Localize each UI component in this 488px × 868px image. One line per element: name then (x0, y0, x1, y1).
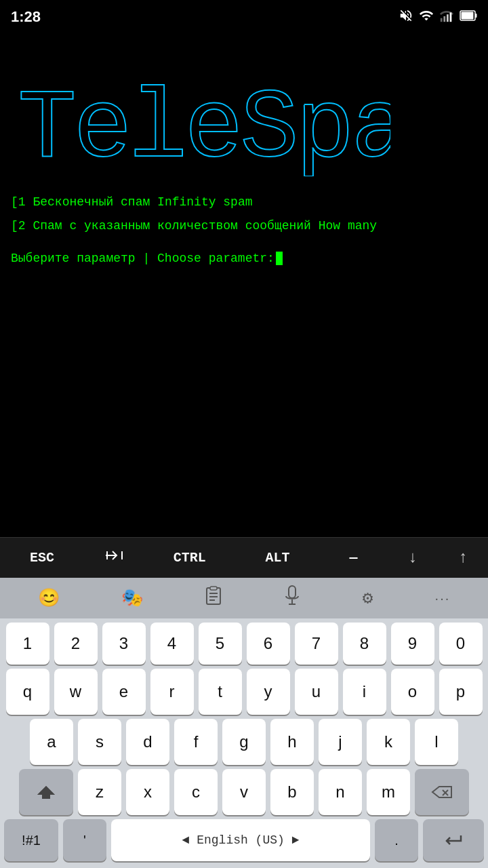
key-3[interactable]: 3 (102, 623, 146, 665)
esc-button[interactable]: ESC (20, 546, 64, 570)
more-icon[interactable]: ··· (435, 591, 451, 606)
svg-rect-6 (462, 12, 474, 20)
mute-icon (399, 8, 413, 26)
key-4[interactable]: 4 (150, 623, 194, 665)
symbols-key[interactable]: !#1 (4, 819, 58, 861)
shift-key[interactable] (19, 769, 73, 815)
space-key[interactable]: ◄ English (US) ► (111, 819, 370, 861)
status-icons (399, 8, 477, 26)
key-h[interactable]: h (270, 719, 314, 765)
key-g[interactable]: g (222, 719, 266, 765)
asdf-row: a s d f g h j k l (4, 719, 484, 765)
key-u[interactable]: u (295, 669, 338, 715)
zxcv-row: z x c v b n m (4, 769, 484, 815)
period-key[interactable]: . (375, 819, 418, 861)
key-p[interactable]: p (439, 669, 483, 715)
backspace-key[interactable] (415, 769, 469, 815)
signal-icon (439, 8, 454, 26)
key-s[interactable]: s (78, 719, 121, 765)
alt-button[interactable]: ALT (256, 546, 300, 570)
prompt-text-en: Choose parametr: (157, 252, 274, 265)
key-7[interactable]: 7 (295, 623, 338, 665)
terminal-toolbar: ESC CTRL ALT — ↓ ↑ (0, 537, 488, 578)
key-j[interactable]: j (319, 719, 362, 765)
terminal: TeleSpam [1 Бесконечный спам Infinity sp… (0, 34, 488, 537)
key-5[interactable]: 5 (199, 623, 242, 665)
qwerty-row: q w e r t y u i o p (4, 669, 484, 715)
wifi-icon (419, 8, 434, 26)
key-o[interactable]: o (391, 669, 434, 715)
key-w[interactable]: w (54, 669, 98, 715)
key-e[interactable]: e (102, 669, 146, 715)
svg-rect-1 (443, 16, 445, 22)
key-r[interactable]: r (150, 669, 194, 715)
status-bar: 1:28 (0, 0, 488, 34)
key-b[interactable]: b (270, 769, 314, 815)
svg-rect-5 (475, 14, 477, 18)
key-a[interactable]: a (30, 719, 73, 765)
up-arrow-button[interactable]: ↑ (458, 549, 468, 567)
svg-rect-3 (450, 12, 452, 22)
down-arrow-button[interactable]: ↓ (407, 549, 417, 567)
sticker-icon[interactable]: 🎭 (121, 587, 143, 609)
key-z[interactable]: z (78, 769, 121, 815)
svg-text:TeleSpam: TeleSpam (18, 74, 390, 176)
key-8[interactable]: 8 (343, 623, 386, 665)
mic-icon[interactable] (284, 585, 300, 611)
key-m[interactable]: m (367, 769, 410, 815)
prompt-separator: | (136, 252, 157, 265)
key-c[interactable]: c (174, 769, 218, 815)
svg-rect-2 (447, 14, 449, 22)
key-1[interactable]: 1 (6, 623, 49, 665)
status-time: 1:28 (11, 8, 41, 26)
logo-container: TeleSpam (11, 47, 477, 180)
key-x[interactable]: x (126, 769, 169, 815)
key-d[interactable]: d (126, 719, 169, 765)
key-9[interactable]: 9 (391, 623, 434, 665)
key-y[interactable]: y (247, 669, 290, 715)
key-f[interactable]: f (174, 719, 218, 765)
svg-rect-0 (441, 18, 443, 22)
bottom-row: !#1 ' ◄ English (US) ► . (4, 819, 484, 861)
key-0[interactable]: 0 (439, 623, 483, 665)
enter-key[interactable] (423, 819, 484, 861)
clipboard-icon[interactable] (205, 585, 222, 611)
key-i[interactable]: i (343, 669, 386, 715)
tab-icon[interactable] (104, 548, 123, 568)
key-t[interactable]: t (199, 669, 242, 715)
ctrl-button[interactable]: CTRL (164, 546, 216, 570)
prompt-line: Выберите параметр | Choose parametr: (11, 252, 477, 265)
settings-icon[interactable]: ⚙️ (363, 587, 373, 609)
number-row: 1 2 3 4 5 6 7 8 9 0 (4, 623, 484, 665)
cursor (276, 252, 283, 265)
key-2[interactable]: 2 (54, 623, 98, 665)
emoji-icon[interactable]: 😊 (38, 587, 60, 609)
key-6[interactable]: 6 (247, 623, 290, 665)
dash-button[interactable]: — (340, 546, 367, 570)
key-n[interactable]: n (319, 769, 362, 815)
key-q[interactable]: q (6, 669, 49, 715)
svg-rect-16 (289, 586, 296, 598)
svg-rect-12 (210, 587, 217, 590)
key-k[interactable]: k (367, 719, 410, 765)
battery-icon (460, 10, 477, 24)
keyboard-area: 😊 🎭 ⚙️ ··· 1 2 3 4 5 6 (0, 578, 488, 868)
menu-item-2: [2 Спам с указанным количеством сообщени… (11, 217, 477, 235)
menu-item-1: [1 Бесконечный спам Infinity spam (11, 193, 477, 212)
keyboard-top-bar: 😊 🎭 ⚙️ ··· (0, 578, 488, 618)
logo-svg: TeleSpam (11, 47, 390, 176)
apostrophe-key[interactable]: ' (63, 819, 106, 861)
prompt-text-ru: Выберите параметр (11, 252, 136, 265)
key-v[interactable]: v (222, 769, 266, 815)
key-l[interactable]: l (415, 719, 458, 765)
